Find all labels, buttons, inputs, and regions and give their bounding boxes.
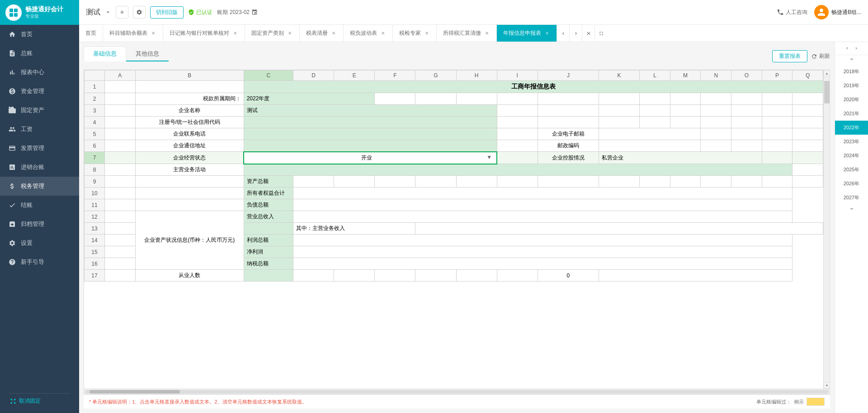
cell-7-c-dropdown[interactable]: 开业 ▼ [244,152,497,164]
cell-17-i[interactable] [497,270,538,282]
tab-income-tax-close[interactable]: ✕ [484,30,490,37]
cell-5-o[interactable] [731,128,762,140]
tab-annual-report-close[interactable]: ✕ [544,30,550,37]
cell-1-b[interactable] [135,81,244,93]
cell-8-c[interactable] [244,164,793,176]
sub-tab-basic[interactable]: 基础信息 [84,47,126,61]
cell-7-i[interactable] [497,152,538,164]
sidebar-item-archive[interactable]: 归档管理 [0,215,79,234]
cell-13-a[interactable] [105,223,136,235]
cell-17-a[interactable] [105,270,136,282]
year-2021[interactable]: 2021年 [835,107,868,121]
cell-3-o[interactable] [731,105,762,117]
cell-2-i[interactable] [497,93,538,105]
cell-3-p[interactable] [762,105,793,117]
cell-5-c[interactable] [244,128,497,140]
cell-4-j[interactable] [538,117,599,128]
cell-6-c[interactable] [244,140,497,152]
switch-to-old-btn[interactable]: 切到旧版 [150,6,184,19]
col-i[interactable]: I [497,70,538,81]
col-m[interactable]: M [670,70,701,81]
col-a[interactable]: A [105,70,136,81]
cell-3-q[interactable] [793,105,823,117]
cancel-fixed-btn[interactable]: 取消固定 [5,394,75,408]
tab-tax-inspection-close[interactable]: ✕ [424,30,430,37]
sub-tab-other[interactable]: 其他信息 [126,47,169,61]
cell-12-d[interactable] [293,211,792,223]
cell-3-m[interactable] [670,105,701,117]
cell-2-a[interactable] [105,93,136,105]
vertical-scrollbar[interactable]: ▲ ▼ [823,70,830,389]
cell-6-q[interactable] [793,140,823,152]
tab-tax-fluctuation[interactable]: 税负波动表 ✕ [344,25,393,42]
cell-7-q[interactable] [793,152,823,164]
cell-7-j[interactable]: 企业控股情况 [538,152,599,164]
cell-6-p[interactable] [762,140,793,152]
cell-2-k[interactable] [599,93,640,105]
hscroll-thumb[interactable] [90,390,180,394]
tab-tax-inspection[interactable]: 税检专家 ✕ [393,25,437,42]
cell-3-j[interactable] [538,105,599,117]
cell-3-b[interactable]: 企业名称 [135,105,244,117]
cell-5-b[interactable]: 企业联系电话 [135,128,244,140]
cell-5-a[interactable] [105,128,136,140]
year-2026[interactable]: 2026年 [835,177,868,191]
cell-2-p[interactable] [762,93,793,105]
cell-3-c[interactable]: 测试 [244,105,497,117]
sidebar-item-inventory[interactable]: 进销台账 [0,158,79,177]
cell-5-i[interactable] [497,128,538,140]
cell-6-o[interactable] [731,140,762,152]
col-g[interactable]: G [415,70,456,81]
cell-12-b[interactable]: 企业资产状况信息(币种：人民币万元) [135,211,244,270]
cell-2-n[interactable] [701,93,731,105]
cell-4-c[interactable] [244,117,497,128]
cell-16-a[interactable] [105,258,136,270]
cell-12-c[interactable]: 营业总收入 [244,211,293,223]
cell-2-o[interactable] [731,93,762,105]
sidebar-item-guide[interactable]: 新手引导 [0,253,79,272]
tab-home[interactable]: 首页 [79,25,103,42]
cell-2-c[interactable]: 2022年度 [244,93,375,105]
cell-5-j[interactable]: 企业电子邮箱 [538,128,599,140]
cell-7-b[interactable]: 企业经营状态 [135,152,244,164]
year-2018[interactable]: 2018年 [835,65,868,79]
cell-6-k[interactable] [599,140,701,152]
cell-17-g[interactable] [415,270,456,282]
cell-13-c[interactable] [244,223,293,235]
cell-15-a[interactable] [105,246,136,258]
user-info[interactable]: 畅捷通B组... [814,5,861,19]
cell-4-k[interactable] [599,117,640,128]
col-c[interactable]: C [244,70,293,81]
tab-prev-btn[interactable] [557,25,570,42]
sidebar-item-tax[interactable]: 税务管理 [0,177,79,196]
cell-16-c[interactable]: 纳税总额 [244,258,293,270]
cell-9-l[interactable] [640,176,670,188]
col-f[interactable]: F [375,70,415,81]
cell-15-c[interactable]: 净利润 [244,246,293,258]
cell-10-b[interactable] [135,188,244,199]
cell-9-f[interactable] [375,176,415,188]
cell-15-d[interactable] [293,246,792,258]
cell-6-b[interactable]: 企业通信地址 [135,140,244,152]
sidebar-item-reports[interactable]: 报表中心 [0,63,79,82]
cell-9-i[interactable] [497,176,538,188]
cell-5-q[interactable] [793,128,823,140]
cell-4-n[interactable] [701,117,731,128]
cell-11-c[interactable]: 负债总额 [244,199,293,211]
cell-3-a[interactable] [105,105,136,117]
tab-expand-btn[interactable] [595,25,608,42]
cell-5-n[interactable] [701,128,731,140]
hscroll-track[interactable] [85,390,829,394]
cell-1-a[interactable] [105,81,136,93]
cell-17-d[interactable] [293,270,334,282]
cell-13-d[interactable]: 其中：主营业务收入 [293,223,415,235]
horizontal-scrollbar[interactable] [84,389,830,394]
cell-7-k[interactable]: 私营企业 [599,152,762,164]
year-2020[interactable]: 2020年 [835,93,868,107]
service-btn[interactable]: 人工咨询 [777,9,807,16]
cell-6-i[interactable] [497,140,538,152]
cell-9-k[interactable] [599,176,640,188]
cell-14-a[interactable] [105,235,136,246]
cell-9-p[interactable] [762,176,793,188]
cell-9-m[interactable] [670,176,701,188]
